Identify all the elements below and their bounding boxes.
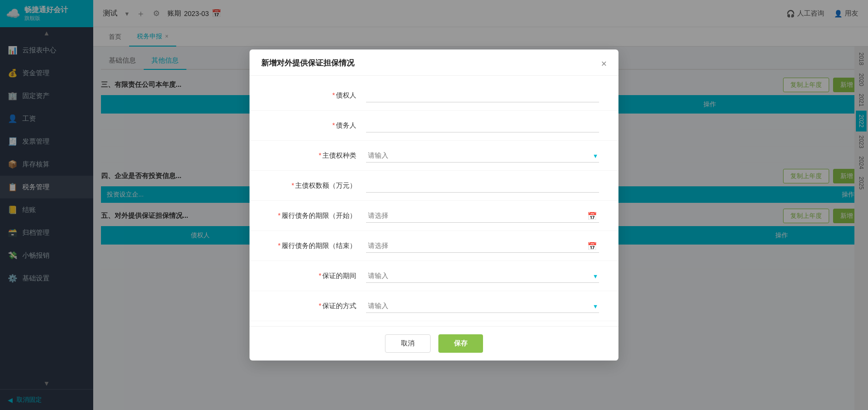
- period-end-wrapper: 📅: [366, 239, 599, 253]
- form-row-debtor: *债务人: [250, 111, 618, 141]
- guarantee-method-input[interactable]: [366, 299, 599, 313]
- period-start-input[interactable]: [366, 209, 599, 223]
- modal-dialog: 新增对外提供保证担保情况 × *债权人 *债务人: [250, 49, 618, 361]
- period-end-calendar-icon[interactable]: 📅: [587, 241, 597, 250]
- modal-header: 新增对外提供保证担保情况 ×: [250, 49, 618, 76]
- modal-title: 新增对外提供保证担保情况: [261, 58, 354, 68]
- guarantee-method-label: *保证的方式: [269, 302, 356, 311]
- period-start-label: *履行债务的期限（开始）: [269, 212, 356, 220]
- save-button[interactable]: 保存: [438, 334, 483, 353]
- modal-close-button[interactable]: ×: [601, 59, 607, 68]
- guarantee-period-label: *保证的期间: [269, 272, 356, 280]
- guarantee-method-wrapper: ▾: [366, 299, 599, 313]
- period-start-calendar-icon[interactable]: 📅: [587, 211, 597, 220]
- form-row-claim-amount: *主债权数额（万元）: [250, 171, 618, 201]
- debtor-input-wrapper: [366, 118, 599, 132]
- cancel-button[interactable]: 取消: [385, 334, 431, 353]
- claim-type-label: *主债权种类: [269, 151, 356, 160]
- modal-overlay: 新增对外提供保证担保情况 × *债权人 *债务人: [0, 0, 868, 410]
- period-end-label: *履行债务的期限（结束）: [269, 242, 356, 250]
- form-row-period-start: *履行债务的期限（开始） 📅: [250, 201, 618, 231]
- claim-amount-label: *主债权数额（万元）: [269, 181, 356, 190]
- guarantee-period-input[interactable]: [366, 269, 599, 283]
- form-row-claim-type: *主债权种类 ▾: [250, 141, 618, 171]
- claim-amount-input[interactable]: [366, 179, 599, 193]
- period-end-input[interactable]: [366, 239, 599, 253]
- form-row-period-end: *履行债务的期限（结束） 📅: [250, 231, 618, 261]
- creditor-input[interactable]: [366, 88, 599, 102]
- claim-type-wrapper: ▾: [366, 148, 599, 163]
- form-row-creditor: *债权人: [250, 81, 618, 111]
- debtor-label: *债务人: [269, 121, 356, 130]
- guarantee-period-wrapper: ▾: [366, 269, 599, 283]
- modal-body: *债权人 *债务人 *主债权种类: [250, 76, 618, 326]
- debtor-input[interactable]: [366, 118, 599, 132]
- period-start-wrapper: 📅: [366, 209, 599, 223]
- creditor-label: *债权人: [269, 91, 356, 100]
- claim-type-input[interactable]: [366, 148, 599, 163]
- creditor-input-wrapper: [366, 88, 599, 102]
- claim-amount-wrapper: [366, 179, 599, 193]
- modal-footer: 取消 保存: [250, 326, 618, 361]
- form-row-guarantee-period: *保证的期间 ▾: [250, 261, 618, 291]
- form-row-guarantee-method: *保证的方式 ▾: [250, 291, 618, 321]
